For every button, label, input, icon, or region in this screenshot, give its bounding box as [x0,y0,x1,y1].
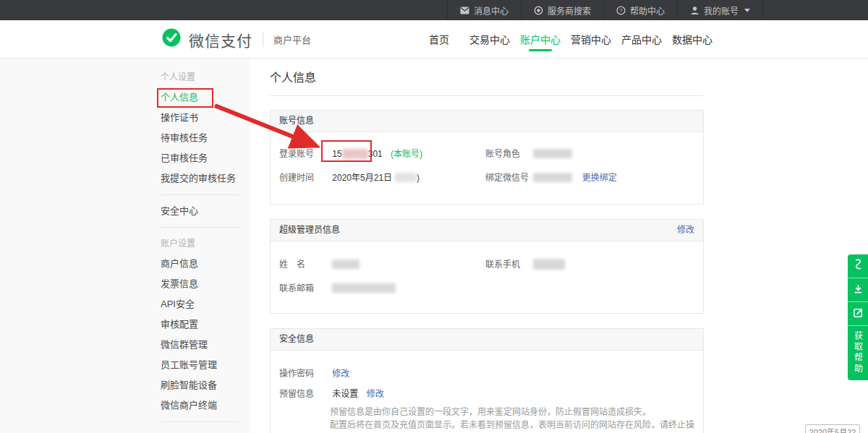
created-time-value: 2020年5月21日) [332,173,420,183]
download-button[interactable] [848,278,868,302]
sidebar-item-wechat-group-mgmt[interactable]: 微信群管理 [0,335,250,355]
link-icon [853,258,864,274]
redacted-account-role [533,149,572,158]
feedback-edit-button[interactable] [848,302,868,326]
topbar-item-label: 帮助中心 [630,4,665,17]
title-divider [270,95,704,96]
search-circle-icon [534,6,543,15]
user-icon [690,6,699,15]
edit-icon [853,307,864,321]
sidebar-item-pending-review-tasks[interactable]: 待审核任务 [0,128,250,148]
operation-password-row: 操作密码 修改 [279,365,703,382]
sidebar-divider [161,421,239,422]
sidebar-section-account-settings: 账户设置 [0,233,250,254]
header: 微信支付 商户平台 首页 交易中心 账户中心 营销中心 产品中心 数据中心 [0,20,868,59]
super-admin-card: 超级管理员信息 修改 姓 名 联系手机 联系邮箱 [270,219,704,314]
topbar: 消息中心 服务商搜索 ? 帮助中心 我的账号 [0,0,868,20]
redacted-login-digits [342,149,368,159]
admin-name-row: 姓 名 联系手机 [279,256,703,273]
sidebar-item-reviewed-tasks[interactable]: 已审核任务 [0,148,250,168]
sidebar-divider [161,194,239,195]
account-card-header: 账号信息 [271,111,703,132]
sidebar-item-merchant-info[interactable]: 商户信息 [0,254,250,274]
caret-down-icon [744,9,750,12]
security-card-header: 安全信息 [271,329,703,351]
sidebar-item-staff-account-mgmt[interactable]: 员工账号管理 [0,355,250,375]
sidebar-item-api-security[interactable]: API安全 [0,294,250,314]
contact-email-label: 联系邮箱 [279,280,323,297]
topbar-item-label: 消息中心 [474,4,509,17]
sidebar-item-review-config[interactable]: 审核配置 [0,314,250,335]
topbar-item-service-search[interactable]: 服务商搜索 [521,0,603,20]
get-help-label: 获取帮助 [852,331,864,374]
account-info-card: 账号信息 登录账号 15301 (本账号) 账号角色 创建时间 20 [270,110,704,205]
floating-help-bar: 获取帮助 [848,254,868,380]
topbar-item-label: 服务商搜索 [548,4,591,17]
security-card-title: 安全信息 [279,329,314,350]
redacted-created-time [395,173,417,182]
nav-item-trade-center[interactable]: 交易中心 [469,27,510,51]
admin-card-title: 超级管理员信息 [279,220,340,241]
download-icon [853,283,864,297]
admin-email-row: 联系邮箱 [279,280,703,297]
main-nav: 首页 交易中心 账户中心 营销中心 产品中心 数据中心 [427,20,712,59]
sidebar-divider [161,227,239,228]
question-circle-icon: ? [616,6,626,15]
operation-password-label: 操作密码 [279,365,323,382]
modify-reserve-link[interactable]: 修改 [367,389,384,399]
redacted-wechat-id [533,173,572,182]
login-account-value: 15301 [332,149,382,159]
security-info-card: 安全信息 操作密码 修改 预留信息 未设置 修改 预留信息是由你自己设置的一段文… [270,328,704,433]
logo-separator [263,33,263,47]
nav-item-data-center[interactable]: 数据中心 [672,27,712,51]
reserve-help-line: 配置后将在首页及充值页面显示。若未看到预留信息，表明当前访问的网站存在风险，请终… [330,419,703,433]
nav-item-account-center[interactable]: 账户中心 [520,27,561,51]
topbar-item-message-center[interactable]: 消息中心 [447,0,521,20]
admin-name-label: 姓 名 [279,256,323,273]
sidebar-item-my-submitted-tasks[interactable]: 我提交的审核任务 [0,168,250,189]
logo-text: 微信支付 [189,29,252,51]
header-logo[interactable]: 微信支付 商户平台 [161,20,311,59]
redacted-contact-phone [533,259,565,270]
account-role-label: 账号角色 [485,145,531,163]
reserve-help-line: 预留信息是由你自己设置的一段文字，用来鉴定网站身份，防止假冒网站造成损失。 [330,406,703,419]
sidebar-item-face-device[interactable]: 刷脸智能设备 [0,375,250,395]
created-time-row: 创建时间 2020年5月21日) 绑定微信号 更换绑定 [279,169,703,187]
sidebar-item-operation-cert[interactable]: 操作证书 [0,108,250,128]
sidebar-item-personal-info[interactable]: 个人信息 [0,87,250,108]
account-card-title: 账号信息 [279,111,314,132]
admin-modify-link[interactable]: 修改 [677,220,694,241]
redacted-contact-email [332,283,396,293]
login-account-label: 登录账号 [279,145,323,163]
modify-password-link[interactable]: 修改 [332,369,349,379]
reserve-status: 未设置 [332,389,358,399]
svg-text:?: ? [619,7,623,14]
sidebar-item-wechat-terminal[interactable]: 微信商户终端 [0,395,250,416]
sidebar-item-security-center[interactable]: 安全中心 [0,201,250,221]
nav-item-home[interactable]: 首页 [427,27,451,51]
login-account-row: 登录账号 15301 (本账号) 账号角色 [279,145,703,163]
created-time-label: 创建时间 [279,169,323,187]
wechat-pay-merchant-portal: 消息中心 服务商搜索 ? 帮助中心 我的账号 微信支付 [0,0,868,433]
reserve-info-row: 预留信息 未设置 修改 [279,385,703,403]
get-help-button[interactable]: 获取帮助 [848,326,868,380]
topbar-item-my-account[interactable]: 我的账号 [677,0,763,20]
sidebar-section-personal-settings: 个人设置 [0,67,250,87]
own-account-tag: (本账号) [391,149,422,159]
redacted-admin-name [332,260,359,269]
contact-link-button[interactable] [848,254,868,278]
change-bind-link[interactable]: 更换绑定 [582,173,617,183]
nav-item-marketing-center[interactable]: 营销中心 [571,27,611,51]
sidebar-item-invoice-info[interactable]: 发票信息 [0,274,250,294]
topbar-item-help-center[interactable]: ? 帮助中心 [603,0,677,20]
portal-label: 商户平台 [273,33,311,46]
main-content: 个人信息 账号信息 登录账号 15301 (本账号) 账号角色 [250,59,868,433]
sidebar: 个人设置 个人信息 操作证书 待审核任务 已审核任务 我提交的审核任务 安全中心… [0,59,250,433]
nav-item-product-center[interactable]: 产品中心 [621,27,662,51]
contact-phone-label: 联系手机 [485,256,531,273]
topbar-item-label: 我的账号 [704,4,739,17]
bind-wechat-label: 绑定微信号 [485,169,531,187]
reserve-help-text: 预留信息是由你自己设置的一段文字，用来鉴定网站身份，防止假冒网站造成损失。 配置… [330,406,703,433]
reserve-info-label: 预留信息 [279,385,323,403]
wechat-pay-logo-icon [161,27,182,52]
